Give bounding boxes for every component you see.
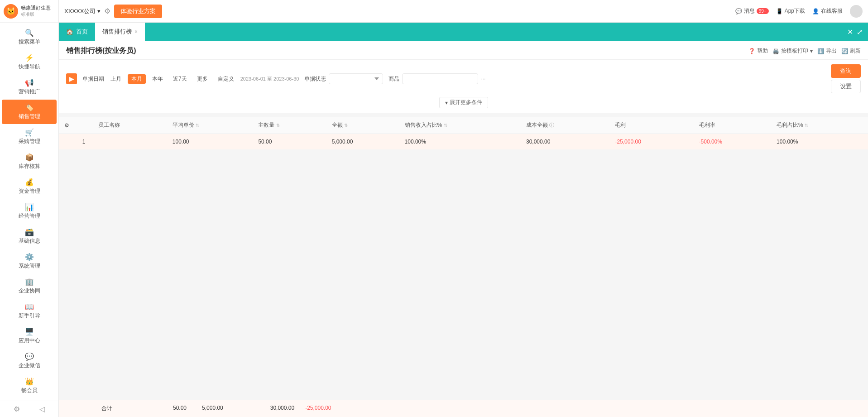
row-avg-price: 100.00: [167, 134, 253, 150]
help-btn[interactable]: ❓ 帮助: [748, 47, 768, 55]
custom-date-btn[interactable]: 自定义: [214, 74, 238, 84]
page-content: 销售排行榜(按业务员) ❓ 帮助 🖨️ 按模板打印 ▾ ⬇️ 导出 🔄 刷新: [59, 41, 868, 417]
sidebar-label-sales: 销售管理: [19, 113, 40, 120]
sidebar-item-search[interactable]: 🔍 搜索菜单: [2, 25, 57, 49]
sidebar-item-apps[interactable]: 🖥️ 应用中心: [2, 324, 57, 348]
col-settings[interactable]: ⚙: [59, 117, 75, 134]
tab-expand-icon[interactable]: ⤢: [857, 28, 863, 36]
date-filter-item: 单据日期 上月 本月 本年 近7天 更多 自定义 2023-06-01 至 20…: [82, 74, 299, 84]
sidebar-item-wechat[interactable]: 💬 企业微信: [2, 349, 57, 373]
online-service-btn[interactable]: 👤 在线客服: [812, 7, 843, 15]
col-gross-rate: 毛利率: [694, 117, 771, 134]
user-avatar[interactable]: [850, 5, 863, 18]
sidebar-label-marketing: 营销推广: [19, 88, 40, 96]
this-month-btn[interactable]: 本月: [128, 74, 146, 84]
sidebar-item-purchase[interactable]: 🛒 采购管理: [2, 125, 57, 149]
sales-ratio-sort-icon[interactable]: ⇅: [444, 123, 447, 128]
sidebar-footer: ⚙ ◁: [0, 401, 58, 417]
industry-btn[interactable]: 体验行业方案: [114, 5, 162, 18]
system-icon: ⚙️: [25, 253, 34, 261]
query-btn[interactable]: 查询: [831, 64, 861, 78]
more-date-btn[interactable]: 更多: [193, 74, 211, 84]
enterprise-icon: 🏢: [25, 278, 34, 286]
tab-bar: 🏠 首页 销售排行榜 × ✕ ⤢: [59, 23, 868, 41]
tab-close-all-icon[interactable]: ✕: [847, 28, 853, 36]
refresh-label: 刷新: [850, 47, 861, 55]
tab-close-icon[interactable]: ×: [134, 29, 138, 35]
sidebar-item-sales[interactable]: 🏷️ 销售管理: [2, 100, 57, 124]
app-download-label: App下载: [785, 7, 805, 15]
goods-input[interactable]: [402, 73, 478, 84]
print-btn[interactable]: 🖨️ 按模板打印 ▾: [772, 47, 813, 55]
settings-btn[interactable]: 设置: [831, 80, 861, 93]
export-icon: ⬇️: [817, 48, 824, 54]
footer-total: 5,000.00: [197, 405, 229, 412]
sidebar-item-inventory[interactable]: 📦 库存核算: [2, 149, 57, 174]
logo-text-area: 畅康通好生意 标准版: [21, 5, 51, 17]
row-gross: -25,000.00: [609, 134, 693, 150]
sidebar-item-operations[interactable]: 📊 经营管理: [2, 199, 57, 224]
logo-area: 🐱 畅康通好生意 标准版: [0, 0, 58, 23]
sidebar-item-marketing[interactable]: 📢 营销推广: [2, 75, 57, 99]
avg-price-sort-icon[interactable]: ⇅: [196, 123, 199, 128]
tab-sales-rank[interactable]: 销售排行榜 ×: [95, 23, 145, 41]
topbar-settings-icon[interactable]: ⚙: [104, 7, 110, 15]
sidebar-item-guide[interactable]: 📖 新手引导: [2, 299, 57, 323]
refresh-btn[interactable]: 🔄 刷新: [841, 47, 861, 55]
status-select[interactable]: [329, 73, 383, 84]
sidebar-item-basic-info[interactable]: 🗃️ 基础信息: [2, 224, 57, 249]
help-icon: ❓: [748, 48, 755, 54]
date-end: 2023-06-30: [273, 76, 299, 81]
footer-cost: 30,000.00: [265, 405, 300, 412]
filter-bar: ▶ 单据日期 上月 本月 本年 近7天 更多 自定义 2023-06-01 至: [59, 60, 868, 113]
sidebar-item-finance[interactable]: 💰 资金管理: [2, 174, 57, 199]
status-filter-item: 单据状态: [304, 73, 383, 84]
col-cost: 成本全额 ⓘ: [521, 117, 609, 134]
sidebar-item-member[interactable]: 👑 畅会员: [2, 374, 57, 398]
app-name: 畅康通好生意: [21, 5, 51, 11]
goods-filter-label: 商品: [388, 75, 399, 83]
this-year-btn[interactable]: 本年: [149, 74, 167, 84]
goods-more-icon[interactable]: ···: [481, 76, 485, 82]
gross-ratio-sort-icon[interactable]: ⇅: [805, 123, 808, 128]
company-selector[interactable]: XXXXX公司 ▾: [64, 7, 101, 15]
filter-toggle-btn[interactable]: ▶: [66, 73, 77, 84]
sidebar-item-shortcut[interactable]: ⚡ 快捷导航: [2, 50, 57, 74]
search-icon: 🔍: [25, 29, 34, 37]
messages-btn[interactable]: 💬 消息 99+: [735, 7, 769, 15]
row-settings: [59, 134, 75, 150]
row-total: 5,000.00: [326, 134, 399, 150]
service-icon: 👤: [812, 8, 819, 14]
help-label: 帮助: [757, 47, 768, 55]
download-icon: 📱: [776, 8, 783, 14]
table-row: 1 100.00 50.00 5,000.00 100.00% 30,000.0…: [59, 134, 868, 150]
sidebar-collapse-btn[interactable]: ◁: [39, 405, 45, 413]
cost-info-icon[interactable]: ⓘ: [549, 122, 554, 128]
sidebar-item-system[interactable]: ⚙️ 系统管理: [2, 249, 57, 273]
tab-home[interactable]: 🏠 首页: [59, 23, 95, 41]
quantity-sort-icon[interactable]: ⇅: [276, 123, 280, 128]
date-options: 上月 本月 本年 近7天 更多 自定义: [107, 74, 238, 84]
expand-more-btn[interactable]: ▾ 展开更多条件: [439, 97, 488, 108]
sidebar-label-basic-info: 基础信息: [19, 237, 40, 245]
sidebar-settings-btn[interactable]: ⚙: [14, 405, 20, 413]
row-quantity: 50.00: [253, 134, 326, 150]
message-badge: 99+: [757, 8, 769, 14]
member-icon: 👑: [25, 377, 34, 386]
print-label: 按模板打印: [781, 47, 808, 55]
col-gross-ratio: 毛利占比% ⇅: [771, 117, 868, 134]
operations-icon: 📊: [25, 203, 34, 211]
total-sort-icon[interactable]: ⇅: [344, 123, 348, 128]
footer-cells: 合计 50.00 5,000.00 30,000.00 -25,000.00: [64, 405, 863, 412]
app-download-btn[interactable]: 📱 App下载: [776, 7, 805, 15]
recent7-btn[interactable]: 近7天: [169, 74, 191, 84]
sidebar-label-enterprise: 企业协同: [19, 287, 40, 295]
status-filter-label: 单据状态: [304, 75, 326, 83]
prev-month-btn[interactable]: 上月: [107, 74, 125, 84]
home-icon: 🏠: [66, 29, 73, 35]
sidebar-item-enterprise[interactable]: 🏢 企业协同: [2, 274, 57, 298]
export-btn[interactable]: ⬇️ 导出: [817, 47, 837, 55]
table-head: ⚙ 员工名称 平均单价 ⇅ 主数量 ⇅: [59, 117, 868, 134]
date-filter-label: 单据日期: [82, 75, 104, 83]
col-employee-name: 员工名称: [93, 117, 167, 134]
